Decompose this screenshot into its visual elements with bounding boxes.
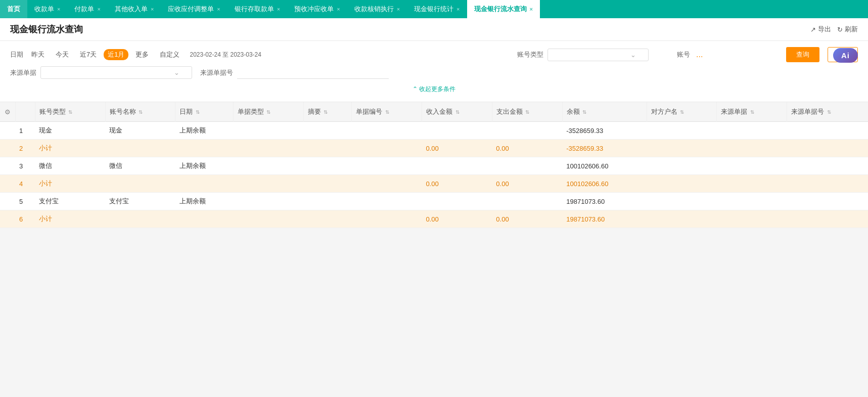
close-icon[interactable]: × xyxy=(456,6,460,12)
gear-icon[interactable]: ⚙ xyxy=(5,108,11,116)
table-row: 3微信微信上期余额100102606.60 xyxy=(0,157,868,175)
td-source_doc_no xyxy=(787,193,868,210)
nav-tab-1[interactable]: 付款单 × xyxy=(67,0,107,18)
th-num xyxy=(15,102,35,122)
nav-tab-0[interactable]: 收款单 × xyxy=(27,0,67,18)
ai-badge[interactable]: Ai xyxy=(833,48,858,63)
refresh-button[interactable]: ↻ 刷新 xyxy=(837,25,858,34)
td-date: 上期余额 xyxy=(175,122,233,140)
nav-tab-7[interactable]: 现金银行统计 × xyxy=(407,0,467,18)
account-type-label: 账号类型 xyxy=(517,50,543,59)
td-source_doc xyxy=(717,140,787,157)
sort-icon: ⇅ xyxy=(455,109,460,115)
td-doc_no xyxy=(351,122,422,140)
close-icon[interactable]: × xyxy=(57,6,60,12)
td-gear xyxy=(0,122,15,140)
th-gear[interactable]: ⚙ xyxy=(0,102,15,122)
account-type-select[interactable]: ⌄ xyxy=(547,49,649,61)
td-date: 上期余额 xyxy=(175,193,233,210)
td-num: 3 xyxy=(15,157,35,175)
td-summary xyxy=(303,175,351,193)
chevron-up-icon: ⌃ xyxy=(413,85,418,93)
td-account_name xyxy=(105,140,175,157)
td-source_doc_no xyxy=(787,140,868,157)
close-icon[interactable]: × xyxy=(337,6,340,12)
td-balance: 100102606.60 xyxy=(562,157,647,175)
td-date xyxy=(175,210,233,228)
source-doc-select[interactable]: ⌄ xyxy=(40,66,192,79)
nav-tab-5[interactable]: 预收冲应收单 × xyxy=(287,0,347,18)
td-income: 0.00 xyxy=(422,175,492,193)
sort-icon: ⇅ xyxy=(582,109,586,115)
close-icon[interactable]: × xyxy=(97,6,100,12)
td-date: 上期余额 xyxy=(175,157,233,175)
th-doc-type[interactable]: 单据类型 ⇅ xyxy=(233,102,303,122)
th-date[interactable]: 日期 ⇅ xyxy=(175,102,233,122)
nav-home[interactable]: 首页 xyxy=(0,0,27,18)
nav-tab-2[interactable]: 其他收入单 × xyxy=(108,0,161,18)
table-container: ⚙ 账号类型 ⇅ 账号名称 ⇅ 日期 ⇅ 单据类型 ⇅ xyxy=(0,102,868,228)
date-opt-yesterday[interactable]: 昨天 xyxy=(27,49,49,60)
top-nav: 首页 收款单 × 付款单 × 其他收入单 × 应收应付调整单 × 银行存取款单 … xyxy=(0,0,868,18)
close-icon[interactable]: × xyxy=(217,6,220,12)
td-doc_no xyxy=(351,157,422,175)
th-doc-no[interactable]: 单据编号 ⇅ xyxy=(351,102,422,122)
close-icon[interactable]: × xyxy=(530,6,533,12)
export-button[interactable]: ↗ 导出 xyxy=(810,25,831,34)
nav-tab-3[interactable]: 应收应付调整单 × xyxy=(161,0,227,18)
td-date xyxy=(175,140,233,157)
sort-icon: ⇅ xyxy=(68,109,72,115)
td-num: 4 xyxy=(15,175,35,193)
table-row: 4小计0.000.00100102606.60 xyxy=(0,175,868,193)
date-opt-custom[interactable]: 自定义 xyxy=(156,49,184,60)
td-num: 5 xyxy=(15,193,35,210)
th-account-name[interactable]: 账号名称 ⇅ xyxy=(105,102,175,122)
source-doc-no-label: 来源单据号 xyxy=(200,68,233,77)
close-icon[interactable]: × xyxy=(151,6,154,12)
td-doc_no xyxy=(351,193,422,210)
td-num: 1 xyxy=(15,122,35,140)
date-opt-more[interactable]: 更多 xyxy=(131,49,153,60)
th-balance[interactable]: 余额 ⇅ xyxy=(562,102,647,122)
td-income: 0.00 xyxy=(422,140,492,157)
td-gear xyxy=(0,193,15,210)
close-icon[interactable]: × xyxy=(277,6,280,12)
td-balance: 19871073.60 xyxy=(562,193,647,210)
date-label: 日期 xyxy=(10,50,23,59)
sort-icon: ⇅ xyxy=(266,109,270,115)
collapse-bar[interactable]: ⌃ 收起更多条件 xyxy=(10,83,858,96)
td-source_doc_no xyxy=(787,122,868,140)
td-source_doc_no xyxy=(787,210,868,228)
td-doc_type xyxy=(233,193,303,210)
td-doc_type xyxy=(233,157,303,175)
td-account_type: 小计 xyxy=(35,140,105,157)
th-counterpart[interactable]: 对方户名 ⇅ xyxy=(647,102,717,122)
td-account_name xyxy=(105,175,175,193)
source-doc-no-input[interactable] xyxy=(237,67,389,79)
th-source-doc[interactable]: 来源单据 ⇅ xyxy=(717,102,787,122)
td-gear xyxy=(0,157,15,175)
td-expense xyxy=(492,157,562,175)
td-date xyxy=(175,175,233,193)
th-income[interactable]: 收入金额 ⇅ xyxy=(422,102,492,122)
th-source-doc-no[interactable]: 来源单据号 ⇅ xyxy=(787,102,868,122)
date-opt-today[interactable]: 今天 xyxy=(52,49,73,60)
th-expense[interactable]: 支出金额 ⇅ xyxy=(492,102,562,122)
table-header-row: ⚙ 账号类型 ⇅ 账号名称 ⇅ 日期 ⇅ 单据类型 ⇅ xyxy=(0,102,868,122)
query-button[interactable]: 查询 xyxy=(786,47,819,62)
page-header: 现金银行流水查询 ↗ 导出 ↻ 刷新 xyxy=(0,18,868,41)
th-account-type[interactable]: 账号类型 ⇅ xyxy=(35,102,105,122)
nav-tab-4[interactable]: 银行存取款单 × xyxy=(227,0,287,18)
close-icon[interactable]: × xyxy=(397,6,400,12)
sort-icon: ⇅ xyxy=(196,109,200,115)
td-account_name: 现金 xyxy=(105,122,175,140)
th-summary[interactable]: 摘要 ⇅ xyxy=(303,102,351,122)
td-income: 0.00 xyxy=(422,210,492,228)
nav-tab-6[interactable]: 收款核销执行 × xyxy=(347,0,407,18)
nav-tab-8[interactable]: 现金银行流水查询 × xyxy=(467,0,540,18)
date-opt-1month[interactable]: 近1月 xyxy=(104,49,128,60)
td-summary xyxy=(303,193,351,210)
td-counterpart xyxy=(647,210,717,228)
date-opt-7days[interactable]: 近7天 xyxy=(76,49,101,60)
account-ellipsis-btn[interactable]: ... xyxy=(694,50,705,59)
